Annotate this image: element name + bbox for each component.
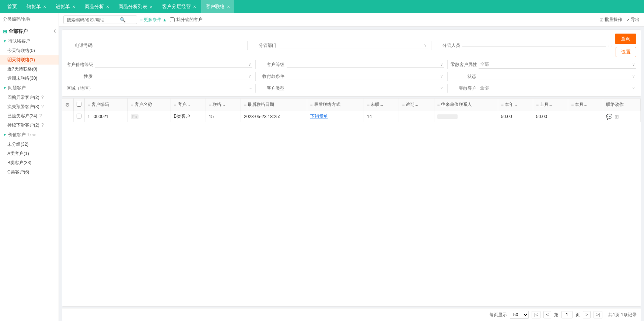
nav-sales-order[interactable]: 销货单 ✕ bbox=[22, 0, 50, 13]
chevron-down-icon: ∨ bbox=[248, 62, 251, 66]
close-icon[interactable]: ✕ bbox=[43, 5, 46, 9]
nav-product-analysis[interactable]: 商品分析 ✕ bbox=[80, 0, 113, 13]
filter-row-2: 客户价格等级 ∨ 客户等级 ∨ 零散客户属性 全部 bbox=[67, 60, 636, 69]
grid-action-icon[interactable]: ⊞ bbox=[615, 114, 619, 120]
sidebar-item-b-class[interactable]: B类客户(33) bbox=[0, 158, 59, 168]
cell-uncontacted: 14 bbox=[364, 111, 399, 122]
edit-icon[interactable]: ✏ bbox=[32, 132, 36, 138]
my-customers-checkbox-label[interactable]: 我分管的客户 bbox=[170, 17, 203, 23]
help-icon[interactable]: ? bbox=[41, 95, 44, 100]
col-overdue: ≡ 逾期... bbox=[399, 99, 434, 111]
close-icon[interactable]: ✕ bbox=[72, 5, 75, 9]
next-page-btn[interactable]: > bbox=[583, 311, 591, 318]
sidebar-item-churned[interactable]: 已流失客户(24) ? bbox=[0, 111, 59, 121]
close-icon[interactable]: ✕ bbox=[193, 5, 196, 9]
customer-level-select[interactable]: ∨ bbox=[287, 62, 444, 68]
sidebar-item-ungrouped[interactable]: 未分组(32) bbox=[0, 140, 59, 149]
col-last-month: ≡ 上月... bbox=[533, 99, 568, 111]
nav-product-analysis-list[interactable]: 商品分析列表 ✕ bbox=[114, 0, 157, 13]
col-actions: 联络动作 bbox=[603, 99, 641, 111]
page-number-input[interactable] bbox=[561, 311, 573, 318]
more-options-icon[interactable]: ··· bbox=[608, 43, 612, 48]
more-conditions-btn[interactable]: ≡ 更多条件 ▲ bbox=[140, 17, 167, 23]
sidebar-item-today-contact[interactable]: 今天待联络(0) bbox=[0, 46, 59, 55]
search-icon[interactable]: 🔍 bbox=[120, 17, 126, 23]
sidebar-item-repurchase-abnormal[interactable]: 回购异常客户(2) ? bbox=[0, 93, 59, 102]
sidebar-item-overdue-contact[interactable]: 逾期未联络(30) bbox=[0, 74, 59, 83]
filter-payment: 收付款条件 ∨ bbox=[259, 73, 444, 80]
filter-gender: 性质 ∨ bbox=[67, 73, 252, 80]
customer-type-select[interactable]: ∨ bbox=[287, 85, 444, 91]
person-select[interactable] bbox=[462, 45, 606, 46]
sidebar-search-input[interactable] bbox=[3, 17, 58, 22]
cell-row-actions: 💬 ⊞ bbox=[603, 111, 641, 122]
select-all-checkbox[interactable] bbox=[77, 102, 81, 107]
contact-method-link[interactable]: 下销货单 bbox=[310, 114, 328, 119]
dept-select[interactable]: ∨ bbox=[279, 42, 428, 48]
collapse-icon[interactable]: 《 bbox=[52, 29, 56, 34]
gear-icon[interactable]: ⚙ bbox=[65, 102, 70, 108]
divider bbox=[447, 60, 448, 69]
status-select[interactable]: ∨ bbox=[479, 73, 636, 79]
arrow-down-icon: ▼ bbox=[3, 133, 7, 137]
page-size-select[interactable]: 50 100 bbox=[510, 311, 529, 319]
region-select[interactable] bbox=[95, 87, 246, 89]
chevron-down-icon: ∨ bbox=[632, 62, 635, 66]
refresh-icon[interactable]: ↻ bbox=[27, 132, 31, 138]
filter-customer-type: 客户类型 ∨ bbox=[259, 85, 444, 92]
sidebar-group-pending[interactable]: ▼ 待联络客户 bbox=[0, 36, 59, 46]
nav-customer-contact[interactable]: 客户联络 ✕ bbox=[201, 0, 234, 13]
query-button[interactable]: 查询 bbox=[615, 34, 636, 44]
gender-select[interactable]: ∨ bbox=[95, 73, 252, 79]
search-input[interactable] bbox=[67, 17, 118, 23]
nav-purchase-order[interactable]: 进货单 ✕ bbox=[51, 0, 80, 13]
filter-row-1: 电话号码 分管部门 ∨ 分管人员 ··· bbox=[67, 34, 636, 57]
customer-value-level-select[interactable]: ∨ bbox=[95, 62, 252, 68]
col-customer-name: ≡ 客户名称 bbox=[127, 99, 171, 111]
first-page-btn[interactable]: |< bbox=[532, 311, 540, 318]
chevron-down-icon: ∨ bbox=[424, 43, 427, 47]
help-icon[interactable]: ? bbox=[39, 113, 42, 118]
phone-input[interactable] bbox=[95, 42, 244, 49]
chat-icon[interactable]: 💬 bbox=[606, 114, 612, 120]
retail-customer-select[interactable]: 全部 ∨ bbox=[479, 84, 636, 92]
col-sort-icon: ≡ bbox=[88, 102, 90, 107]
arrow-down-icon: ▼ bbox=[3, 39, 7, 43]
close-icon[interactable]: ✕ bbox=[227, 5, 230, 9]
col-last-contact-date: ≡ 最后联络日期 bbox=[241, 99, 307, 111]
cell-overdue bbox=[399, 111, 434, 122]
last-page-btn[interactable]: >| bbox=[594, 311, 602, 318]
my-customers-checkbox[interactable] bbox=[170, 17, 175, 22]
table-scroll[interactable]: ⚙ ≡ 客户编码 bbox=[62, 99, 641, 306]
table-body: 1 000021 Ea B类客户 15 bbox=[62, 111, 641, 122]
table-checkbox-col bbox=[73, 99, 84, 111]
row-checkbox[interactable] bbox=[77, 114, 81, 118]
prev-page-btn[interactable]: < bbox=[543, 311, 551, 318]
nav-customer-segmentation[interactable]: 客户分层经营 ✕ bbox=[158, 0, 200, 13]
more-options-icon[interactable]: ··· bbox=[248, 86, 252, 91]
settings-button[interactable]: 设置 bbox=[616, 47, 636, 57]
retail-attr-select[interactable]: 全部 ∨ bbox=[479, 61, 636, 69]
sidebar-item-declining[interactable]: 持续下滑客户(2) ? bbox=[0, 121, 59, 130]
help-icon[interactable]: ? bbox=[41, 104, 44, 109]
nav-home[interactable]: 首页 bbox=[3, 0, 21, 13]
sidebar-item-c-class[interactable]: C类客户(6) bbox=[0, 168, 59, 177]
export-btn[interactable]: ↗ 导出 bbox=[626, 17, 640, 23]
sidebar-item-7days-contact[interactable]: 近7天待联络(0) bbox=[0, 65, 59, 74]
help-icon[interactable]: ? bbox=[41, 122, 44, 128]
batch-operation-btn[interactable]: ☑ 批量操作 bbox=[599, 17, 622, 23]
main-layout: 🔍 ⊞ 全部客户 《 ▼ 待联络客户 今天待联络(0) 明天待联络(1) 近7天… bbox=[0, 13, 644, 321]
payment-select[interactable]: ∨ bbox=[287, 73, 444, 79]
sidebar-item-churn-warning[interactable]: 流失预警客户(3) ? bbox=[0, 102, 59, 111]
toolbar: 🔍 ≡ 更多条件 ▲ 我分管的客户 ☑ 批量操作 ↗ 导出 bbox=[59, 13, 644, 27]
sidebar-all-customers[interactable]: ⊞ 全部客户 《 bbox=[0, 25, 59, 36]
sidebar-group-value[interactable]: ▼ 价值客户 ↻ ✏ bbox=[0, 130, 59, 140]
toolbar-right: ☑ 批量操作 ↗ 导出 bbox=[599, 17, 640, 23]
close-icon[interactable]: ✕ bbox=[106, 5, 109, 9]
cell-this-month bbox=[568, 111, 603, 122]
sidebar-item-a-class[interactable]: A类客户(1) bbox=[0, 149, 59, 158]
content-area: 🔍 ≡ 更多条件 ▲ 我分管的客户 ☑ 批量操作 ↗ 导出 bbox=[59, 13, 644, 321]
sidebar-item-tomorrow-contact[interactable]: 明天待联络(1) bbox=[0, 55, 59, 65]
close-icon[interactable]: ✕ bbox=[150, 5, 153, 9]
sidebar-group-problem[interactable]: ▼ 问题客户 bbox=[0, 83, 59, 93]
